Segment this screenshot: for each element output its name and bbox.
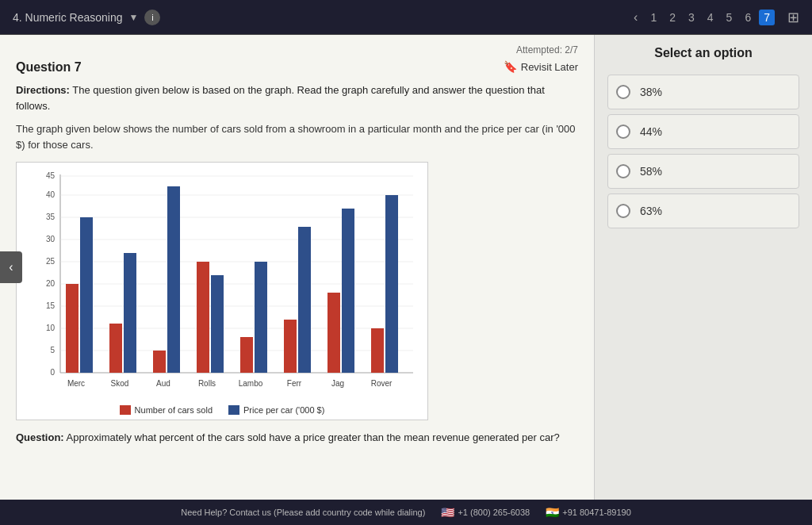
chart-container: 0 5 10 15 20 25 — [16, 162, 428, 420]
dropdown-arrow-icon[interactable]: ▼ — [129, 12, 139, 23]
question-prefix: Question: — [16, 431, 64, 443]
bar-rolls-cars — [197, 262, 209, 373]
svg-text:Aud: Aud — [156, 379, 170, 388]
legend-cars-label: Number of cars sold — [135, 405, 213, 415]
info-icon[interactable]: i — [144, 10, 160, 25]
legend-price-color — [228, 405, 239, 415]
footer-phone1: 🇺🇸 +1 (800) 265-6038 — [441, 506, 530, 519]
legend-price-label: Price per car ('000 $) — [243, 405, 324, 415]
option-44-radio[interactable] — [616, 125, 630, 139]
footer-phone1-number: +1 (800) 265-6038 — [458, 508, 530, 517]
svg-text:Lambo: Lambo — [239, 379, 263, 388]
question-title: Question 7 — [16, 60, 82, 75]
question-text: Question: Approximately what percent of … — [16, 430, 578, 446]
bar-rover-cars — [371, 328, 384, 373]
top-nav: 4. Numeric Reasoning ▼ i ‹ 1 2 3 4 5 6 7… — [0, 0, 812, 35]
footer-phone2: 🇮🇳 +91 80471-89190 — [546, 506, 631, 519]
main-content: ‹ Attempted: 2/7 Question 7 🔖 Revisit La… — [0, 35, 812, 500]
bookmark-icon: 🔖 — [504, 60, 517, 73]
svg-text:15: 15 — [46, 301, 56, 310]
bar-rolls-price — [211, 275, 224, 373]
graph-description: The graph given below shows the number o… — [16, 121, 578, 152]
svg-text:Merc: Merc — [67, 379, 85, 388]
directions-text: Directions: The question given below is … — [16, 82, 578, 113]
svg-text:40: 40 — [46, 190, 56, 199]
svg-text:35: 35 — [46, 213, 56, 221]
question-header: Question 7 🔖 Revisit Later — [16, 60, 578, 75]
us-flag-icon: 🇺🇸 — [441, 506, 454, 519]
option-63[interactable]: 63% — [607, 194, 799, 228]
option-44[interactable]: 44% — [607, 114, 799, 149]
back-button[interactable]: ‹ — [0, 251, 22, 283]
bottom-bar: Need Help? Contact us (Please add countr… — [0, 500, 812, 525]
legend-price: Price per car ('000 $) — [228, 405, 324, 415]
bar-skod-cars — [109, 324, 122, 373]
page-3[interactable]: 3 — [684, 10, 699, 25]
svg-text:30: 30 — [46, 235, 56, 243]
svg-text:45: 45 — [46, 171, 56, 180]
revisit-later-button[interactable]: 🔖 Revisit Later — [504, 60, 578, 73]
left-panel: ‹ Attempted: 2/7 Question 7 🔖 Revisit La… — [0, 35, 594, 500]
chart-legend: Number of cars sold Price per car ('000 … — [25, 405, 419, 415]
attempted-label: Attempted: 2/7 — [16, 44, 578, 56]
select-option-title: Select an option — [607, 46, 799, 60]
back-icon: ‹ — [9, 260, 13, 274]
page-2[interactable]: 2 — [665, 10, 680, 25]
option-58-label: 58% — [640, 165, 662, 178]
page-7[interactable]: 7 — [759, 10, 775, 25]
svg-text:20: 20 — [46, 279, 56, 288]
svg-text:Rover: Rover — [371, 379, 393, 388]
legend-cars: Number of cars sold — [120, 405, 213, 415]
bar-jag-cars — [327, 293, 340, 373]
prev-page-icon[interactable]: ‹ — [629, 9, 642, 26]
svg-text:10: 10 — [46, 324, 56, 332]
option-58-radio[interactable] — [616, 164, 630, 178]
pagination: ‹ 1 2 3 4 5 6 7 ⊞ — [629, 9, 799, 26]
option-44-label: 44% — [640, 125, 662, 138]
bar-merc-cars — [66, 284, 79, 373]
bar-chart: 0 5 10 15 20 25 — [25, 171, 421, 400]
bar-aud-price — [167, 186, 180, 373]
svg-text:0: 0 — [50, 368, 55, 377]
svg-text:25: 25 — [46, 257, 56, 266]
right-panel: Select an option 38% 44% 58% 63% — [594, 35, 812, 500]
bar-merc-price — [80, 217, 93, 373]
svg-text:5: 5 — [50, 346, 55, 354]
svg-text:Jag: Jag — [331, 379, 344, 388]
option-63-radio[interactable] — [616, 204, 630, 218]
page-5[interactable]: 5 — [722, 10, 737, 25]
bar-ferr-cars — [284, 320, 297, 373]
question-body: Approximately what percent of the cars s… — [67, 431, 560, 443]
bar-lambo-price — [255, 262, 267, 373]
page-6[interactable]: 6 — [740, 10, 756, 25]
directions-prefix: Directions: — [16, 84, 70, 96]
revisit-label: Revisit Later — [521, 61, 578, 73]
section-title: 4. Numeric Reasoning ▼ i — [13, 10, 160, 25]
svg-text:Rolls: Rolls — [198, 379, 216, 388]
option-38[interactable]: 38% — [607, 75, 799, 109]
option-63-label: 63% — [640, 205, 662, 217]
bar-ferr-price — [298, 227, 311, 373]
bar-rover-price — [385, 195, 398, 373]
option-58[interactable]: 58% — [607, 154, 799, 189]
bar-aud-cars — [153, 351, 166, 373]
svg-text:Skod: Skod — [111, 379, 129, 388]
bar-lambo-cars — [240, 337, 253, 373]
page-1[interactable]: 1 — [645, 10, 661, 25]
section-title-text: 4. Numeric Reasoning — [13, 11, 123, 24]
chart-area: 0 5 10 15 20 25 — [25, 171, 421, 400]
footer-phone2-number: +91 80471-89190 — [562, 508, 631, 517]
option-38-label: 38% — [640, 86, 662, 98]
option-38-radio[interactable] — [616, 85, 630, 99]
legend-cars-color — [120, 405, 131, 415]
in-flag-icon: 🇮🇳 — [546, 506, 559, 519]
grid-view-icon[interactable]: ⊞ — [787, 9, 799, 26]
bar-jag-price — [342, 209, 354, 373]
svg-text:Ferr: Ferr — [287, 379, 302, 388]
page-4[interactable]: 4 — [703, 10, 718, 25]
directions-body: The question given below is based on the… — [16, 84, 545, 112]
footer-help-text: Need Help? Contact us (Please add countr… — [181, 508, 425, 517]
bar-skod-price — [124, 253, 136, 373]
